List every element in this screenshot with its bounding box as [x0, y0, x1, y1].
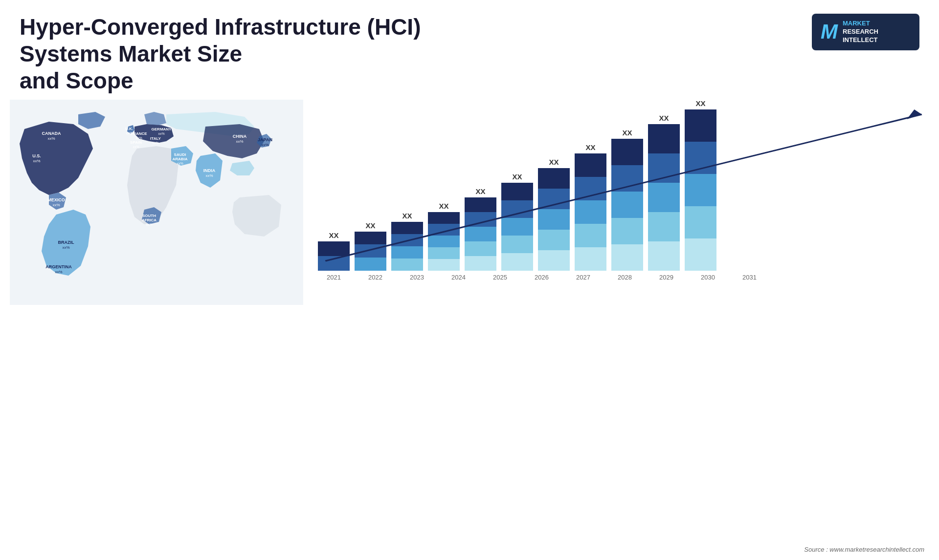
- logo: M MARKET RESEARCH INTELLECT: [812, 14, 919, 50]
- svg-text:U.K.: U.K.: [125, 127, 133, 131]
- svg-text:xx%: xx%: [62, 245, 69, 250]
- bar-xlabel: 2031: [734, 274, 765, 281]
- svg-text:xx%: xx%: [135, 136, 142, 140]
- svg-text:SPAIN: SPAIN: [130, 140, 142, 145]
- title-block: Hyper-Converged Infrastructure (HCI) Sys…: [20, 14, 460, 95]
- svg-text:xx%: xx%: [146, 223, 152, 226]
- svg-text:xx%: xx%: [236, 139, 243, 144]
- bar-segment: XX: [501, 172, 533, 271]
- svg-text:CHINA: CHINA: [233, 134, 247, 139]
- page-title: Hyper-Converged Infrastructure (HCI) Sys…: [20, 14, 460, 95]
- bar-segment: XX: [318, 231, 350, 271]
- bar-xlabel: 2028: [609, 274, 641, 281]
- svg-text:BRAZIL: BRAZIL: [58, 240, 74, 245]
- world-map: U.S. xx% CANADA xx% MEXICO xx% BRAZIL xx…: [10, 100, 303, 310]
- svg-text:xx%: xx%: [177, 162, 183, 165]
- source-text: Source : www.marketresearchintellect.com: [804, 546, 924, 553]
- svg-text:xx%: xx%: [158, 132, 164, 135]
- svg-text:ARABIA: ARABIA: [172, 157, 187, 161]
- svg-text:FRANCE: FRANCE: [131, 131, 147, 136]
- bar-xlabel: 2026: [526, 274, 558, 281]
- bar-xlabel: 2027: [567, 274, 599, 281]
- bar-segment: XX: [685, 99, 716, 271]
- bar-chart-bars: XXXXXXXXXXXXXXXXXXXXXX: [318, 105, 929, 271]
- svg-text:U.S.: U.S.: [32, 153, 41, 158]
- main-content: U.S. xx% CANADA xx% MEXICO xx% BRAZIL xx…: [0, 100, 939, 560]
- bar-segment: XX: [355, 221, 386, 271]
- bar-segment: XX: [465, 187, 496, 271]
- svg-text:xx%: xx%: [133, 145, 139, 149]
- svg-text:xx%: xx%: [261, 143, 268, 147]
- svg-text:AFRICA: AFRICA: [142, 218, 156, 222]
- logo-text: MARKET RESEARCH INTELLECT: [843, 20, 878, 44]
- bar-xlabel: 2025: [484, 274, 516, 281]
- chart-section: XXXXXXXXXXXXXXXXXXXXXX 20212022202320242…: [313, 100, 929, 560]
- svg-text:INDIA: INDIA: [203, 168, 216, 173]
- bar-segment: XX: [538, 158, 570, 271]
- bar-xlabel: 2023: [401, 274, 433, 281]
- svg-text:CANADA: CANADA: [42, 131, 61, 136]
- svg-text:xx%: xx%: [33, 159, 40, 163]
- bar-xlabel: 2022: [359, 274, 391, 281]
- svg-text:xx%: xx%: [205, 173, 213, 178]
- svg-text:xx%: xx%: [47, 136, 55, 141]
- map-section: U.S. xx% CANADA xx% MEXICO xx% BRAZIL xx…: [10, 100, 303, 560]
- svg-text:SAUDI: SAUDI: [174, 152, 186, 157]
- bar-segment: XX: [575, 143, 606, 271]
- bar-xlabel: 2029: [650, 274, 682, 281]
- bar-segment: XX: [611, 129, 643, 271]
- logo-letter: M: [821, 20, 838, 43]
- header: Hyper-Converged Infrastructure (HCI) Sys…: [0, 0, 939, 100]
- bar-xlabel: 2021: [318, 274, 350, 281]
- bar-xlabel: 2030: [692, 274, 724, 281]
- svg-text:ITALY: ITALY: [150, 136, 161, 141]
- svg-text:MEXICO: MEXICO: [47, 197, 65, 202]
- svg-text:xx%: xx%: [52, 203, 60, 207]
- svg-text:ARGENTINA: ARGENTINA: [45, 264, 72, 269]
- bar-segment: XX: [428, 202, 460, 271]
- bar-xlabel: 2024: [443, 274, 474, 281]
- svg-text:JAPAN: JAPAN: [258, 137, 272, 142]
- bar-segment: XX: [391, 212, 423, 271]
- svg-text:xx%: xx%: [152, 141, 158, 145]
- svg-text:xx%: xx%: [55, 270, 62, 274]
- svg-text:SOUTH: SOUTH: [142, 214, 156, 218]
- svg-text:GERMANY: GERMANY: [152, 127, 172, 131]
- bar-segment: XX: [648, 114, 680, 271]
